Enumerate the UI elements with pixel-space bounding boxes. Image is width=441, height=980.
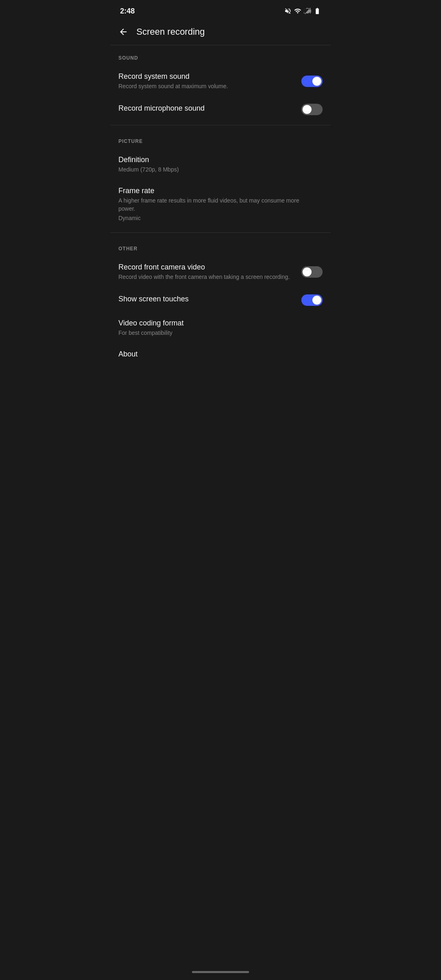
back-button[interactable] [117, 25, 130, 38]
status-icons [284, 7, 321, 15]
toggle-record-system-sound[interactable] [301, 76, 323, 87]
setting-subtitle-record-front-camera: Record video with the front camera when … [118, 273, 295, 281]
setting-title-record-system-sound: Record system sound [118, 72, 295, 81]
setting-title-record-microphone-sound: Record microphone sound [118, 104, 295, 113]
toolbar: Screen recording [110, 20, 331, 45]
section-header-picture: PICTURE [110, 129, 331, 149]
setting-subtitle-definition: Medium (720p, 8 Mbps) [118, 166, 316, 174]
divider-picture-other [110, 232, 331, 233]
setting-subtitle-record-system-sound: Record system sound at maximum volume. [118, 82, 295, 91]
toggle-knob-show-screen-touches [312, 296, 321, 305]
setting-subtitle-video-coding-format: For best compatibility [118, 329, 316, 337]
battery-icon [314, 7, 321, 15]
setting-title-show-screen-touches: Show screen touches [118, 295, 295, 303]
toggle-knob-record-system-sound [312, 77, 321, 86]
section-header-sound: SOUND [110, 45, 331, 66]
setting-subtitle-frame-rate: A higher frame rate results in more flui… [118, 197, 316, 223]
setting-title-video-coding-format: Video coding format [118, 319, 316, 327]
setting-record-system-sound[interactable]: Record system sound Record system sound … [110, 66, 331, 97]
mute-icon [284, 7, 292, 15]
setting-show-screen-touches[interactable]: Show screen touches [110, 288, 331, 312]
section-header-other: OTHER [110, 236, 331, 256]
setting-video-coding-format[interactable]: Video coding format For best compatibili… [110, 312, 331, 344]
wifi-icon [294, 7, 301, 15]
section-sound: SOUND Record system sound Record system … [110, 45, 331, 122]
section-picture: PICTURE Definition Medium (720p, 8 Mbps)… [110, 129, 331, 229]
page-title: Screen recording [136, 27, 205, 37]
section-other: OTHER Record front camera video Record v… [110, 236, 331, 367]
setting-record-front-camera[interactable]: Record front camera video Record video w… [110, 256, 331, 288]
toggle-knob-record-front-camera [303, 267, 312, 276]
toggle-knob-record-microphone-sound [303, 105, 312, 114]
setting-title-definition: Definition [118, 156, 316, 164]
setting-record-microphone-sound[interactable]: Record microphone sound [110, 97, 331, 122]
toggle-show-screen-touches[interactable] [301, 294, 323, 306]
setting-title-about: About [118, 350, 316, 359]
setting-frame-rate[interactable]: Frame rate A higher frame rate results i… [110, 180, 331, 229]
setting-definition[interactable]: Definition Medium (720p, 8 Mbps) [110, 149, 331, 180]
toggle-record-microphone-sound[interactable] [301, 104, 323, 115]
setting-title-record-front-camera: Record front camera video [118, 263, 295, 272]
signal-icon [304, 7, 311, 15]
setting-about[interactable]: About [110, 343, 331, 367]
toggle-record-front-camera[interactable] [301, 266, 323, 278]
status-time: 2:48 [120, 7, 135, 16]
status-bar: 2:48 [110, 0, 331, 20]
setting-title-frame-rate: Frame rate [118, 187, 316, 195]
divider-sound-picture [110, 125, 331, 125]
